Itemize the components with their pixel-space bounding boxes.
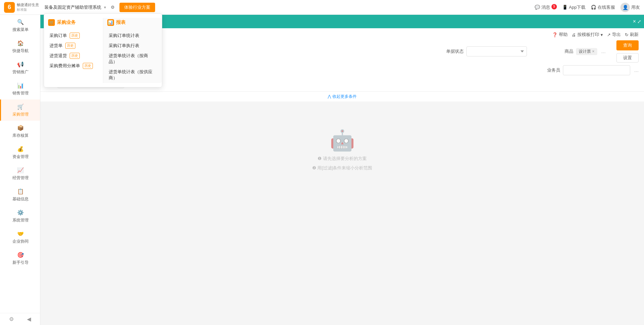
tab-bar-actions: × ⤢ <box>633 18 644 25</box>
refresh-icon: ↻ <box>625 32 629 37</box>
dropdown-purchase-title: 🛒 采购业务 <box>48 18 99 27</box>
refresh-btn[interactable]: ↻ 刷新 <box>625 32 639 38</box>
empty-tip-1: ❶ 请先选择要分析的方案 <box>318 156 367 162</box>
finance-icon: 💰 <box>17 145 24 153</box>
sidebar-label-collab: 企业协同 <box>12 239 29 244</box>
incoming-stats-product-label: 进货单统计表（按商品） <box>109 53 157 65</box>
logo-icon: 6 <box>4 2 15 13</box>
header-middle: 装备及固定资产辅助管理系统 ▾ ⚙ 体验行业方案 <box>44 3 535 12</box>
sidebar-item-quick[interactable]: 🏠 快捷导航 <box>0 36 40 57</box>
dropdown-item-incoming-stats-supplier[interactable]: 进货单统计表（按供应商） <box>107 67 158 83</box>
status-filter: 单据状态 <box>446 46 527 56</box>
export-label: 导出 <box>612 32 621 38</box>
phone-icon: 📱 <box>562 5 568 10</box>
print-dropdown-icon: ▾ <box>601 32 603 37</box>
online-service-item[interactable]: 🎧 在线客服 <box>591 4 615 10</box>
order-stats-label: 采购订单统计表 <box>109 33 139 39</box>
set-btn[interactable]: 设置 <box>616 53 639 63</box>
product-tag-label: 设计票 <box>579 49 591 54</box>
sidebar-item-sales[interactable]: 📊 销售管理 <box>0 78 40 99</box>
purchase-dropdown-menu: 🛒 采购业务 采购订单 历史 进货单 历史 进货退货 历史 采购费用分摊单 <box>44 15 162 87</box>
logo-area: 6 畅捷通好生意 标准版 <box>4 2 44 13</box>
sidebar-item-purchase[interactable]: 🛒 采购管理 <box>0 99 40 121</box>
cost-label: 采购费用分摊单 <box>49 63 80 69</box>
sidebar-item-collab[interactable]: 🤝 企业协同 <box>0 227 40 248</box>
help-btn[interactable]: ❓ 帮助 <box>552 32 568 38</box>
purchase-icon: 🛒 <box>17 103 24 110</box>
main-layout: 🔍 搜索菜单 🏠 快捷导航 📢 营销推广 📊 销售管理 🛒 采购管理 📦 库存核… <box>0 15 644 325</box>
salesman-input[interactable] <box>563 65 630 75</box>
report-col-icon: 📊 <box>107 19 114 26</box>
order-exec-label: 采购订单执行表 <box>109 43 139 49</box>
incoming-stats-supplier-label: 进货单统计表（按供应商） <box>109 69 157 81</box>
query-btn[interactable]: 查询 <box>616 40 639 50</box>
export-btn[interactable]: ↗ 导出 <box>607 32 621 38</box>
print-template-btn[interactable]: 🖨 按模板打印 ▾ <box>572 32 603 38</box>
dropdown-item-incoming[interactable]: 进货单 历史 <box>48 41 99 51</box>
sidebar-item-operations[interactable]: 📈 经营管理 <box>0 163 40 184</box>
dropdown-item-order-exec[interactable]: 采购订单执行表 <box>107 41 158 51</box>
message-label: 消息 <box>541 4 550 10</box>
system-title: 装备及固定资产辅助管理系统 <box>44 4 101 10</box>
cost-history: 历史 <box>83 63 93 69</box>
product-dots[interactable]: ... <box>601 48 606 54</box>
status-select[interactable] <box>466 46 527 56</box>
user-item[interactable]: 👤 用友 <box>620 3 640 12</box>
empty-tip-2: ❷ 用[过滤]条件来缩小分析范围 <box>312 165 372 171</box>
header-right: 💬 消息 9 📱 App下载 🎧 在线客服 👤 用友 <box>535 3 640 12</box>
sidebar-settings-btn[interactable]: ⚙ <box>9 316 14 322</box>
logo-title: 畅捷通好生意 <box>17 2 39 7</box>
product-filter: 商品 设计票 × ... <box>565 48 606 55</box>
collapse-btn[interactable]: ⋀ 收起更多条件 <box>40 92 644 101</box>
user-label: 用友 <box>631 4 640 10</box>
sidebar-label-marketing: 营销推广 <box>12 69 29 75</box>
dropdown-item-cost[interactable]: 采购费用分摊单 历史 <box>48 61 99 71</box>
sidebar-bottom: ⚙ ◀ <box>0 313 40 325</box>
sidebar-label-purchase: 采购管理 <box>12 112 29 117</box>
sidebar-label-sales: 销售管理 <box>12 90 29 96</box>
dropdown-report-title: 📊 报表 <box>107 18 158 27</box>
refresh-label: 刷新 <box>630 32 639 38</box>
sidebar-item-inventory[interactable]: 📦 库存核算 <box>0 121 40 142</box>
tab-close-all-icon[interactable]: × <box>633 18 636 25</box>
purchase-order-history: 历史 <box>70 33 80 39</box>
return-history: 历史 <box>70 53 80 59</box>
industry-btn[interactable]: 体验行业方案 <box>119 3 155 12</box>
product-tag: 设计票 × <box>576 48 597 55</box>
empty-illustration: 🤖 <box>330 128 355 152</box>
incoming-label: 进货单 <box>49 43 63 49</box>
sidebar-item-newbie[interactable]: 🎯 新手引导 <box>0 248 40 269</box>
status-label: 单据状态 <box>446 48 464 54</box>
dropdown-item-return[interactable]: 进货退货 历史 <box>48 51 99 61</box>
collapse-icon: ⋀ <box>328 94 331 99</box>
sidebar-item-system[interactable]: ⚙️ 系统管理 <box>0 205 40 227</box>
logo-text-area: 畅捷通好生意 标准版 <box>17 2 39 12</box>
print-label: 按模板打印 <box>577 32 599 38</box>
headset-icon: 🎧 <box>591 5 596 10</box>
return-label: 进货退货 <box>49 53 67 59</box>
content-area: 首页 销售排行榜 × × ⤢ ❓ 帮助 🖨 <box>40 15 644 325</box>
message-item[interactable]: 💬 消息 9 <box>535 4 557 10</box>
incoming-history: 历史 <box>65 43 75 49</box>
settings-icon[interactable]: ⚙ <box>109 3 117 11</box>
app-download-item[interactable]: 📱 App下载 <box>562 4 585 10</box>
sidebar-item-marketing[interactable]: 📢 营销推广 <box>0 57 40 78</box>
sidebar-item-search[interactable]: 🔍 搜索菜单 <box>0 15 40 36</box>
tab-expand-icon[interactable]: ⤢ <box>637 19 641 24</box>
operations-icon: 📈 <box>17 166 24 174</box>
salesman-dots[interactable]: ... <box>634 67 639 73</box>
purchase-col-label: 采购业务 <box>57 19 76 26</box>
collapse-label: 收起更多条件 <box>332 94 357 99</box>
dropdown-item-order-stats[interactable]: 采购订单统计表 <box>107 31 158 41</box>
sidebar-label-newbie: 新手引导 <box>12 260 29 266</box>
system-dropdown-arrow[interactable]: ▾ <box>104 5 106 10</box>
sidebar-item-finance[interactable]: 💰 资金管理 <box>0 142 40 163</box>
home-icon: 🏠 <box>17 39 24 47</box>
product-tag-close[interactable]: × <box>592 49 595 54</box>
dropdown-item-incoming-stats-product[interactable]: 进货单统计表（按商品） <box>107 51 158 67</box>
query-area: 查询 设置 <box>616 40 639 63</box>
dropdown-item-purchase-order[interactable]: 采购订单 历史 <box>48 31 99 41</box>
sidebar-item-basic[interactable]: 📋 基础信息 <box>0 184 40 205</box>
export-icon: ↗ <box>607 32 611 37</box>
sidebar-collapse-btn[interactable]: ◀ <box>27 316 31 322</box>
